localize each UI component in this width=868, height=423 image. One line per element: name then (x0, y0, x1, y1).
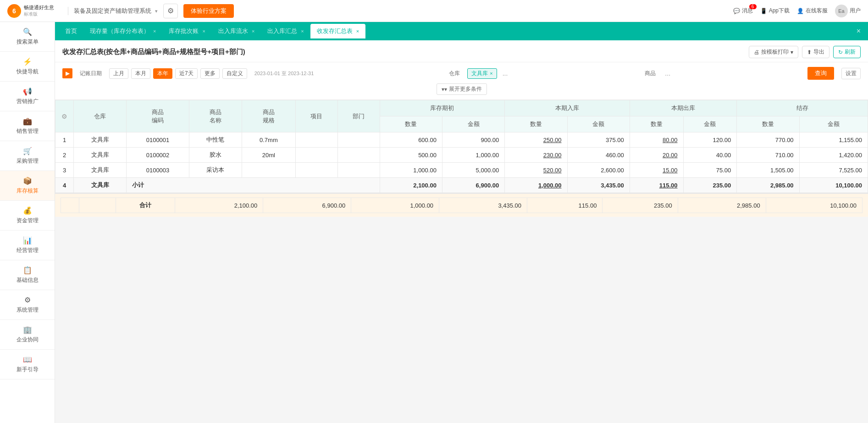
export-button[interactable]: ⬆ 导出 (802, 46, 829, 58)
date-filters: 上月 本月 本年 近7天 更多 自定义 (109, 68, 247, 79)
row2-dept (337, 148, 380, 163)
tab-in-out-summary-label: 出入库汇总 (267, 27, 297, 35)
user-action[interactable]: Ea 用户 (835, 5, 861, 17)
row3-num: 3 (55, 163, 74, 178)
tab-receipt-summary[interactable]: 收发存汇总表 × (310, 24, 365, 38)
main-layout: 🔍 搜索菜单 ⚡ 快捷导航 📢 营销推广 💼 销售管理 🛒 采购管理 📦 库存核… (0, 22, 868, 423)
sidebar-item-basic[interactable]: 📋 基础信息 (0, 260, 55, 290)
refresh-icon: ↻ (838, 49, 843, 55)
warehouse-label: 仓库 (449, 70, 460, 77)
th-dept: 部门 (337, 100, 380, 132)
top-header: 6 畅捷通好生意 标准版 装备及固定资产辅助管理系统 ▾ ⚙ 体验行业方案 💬 … (0, 0, 868, 22)
subtotal-in-qty[interactable]: 1,000.00 (505, 178, 567, 193)
date-filter-7days[interactable]: 近7天 (175, 68, 198, 79)
tab-bar-close[interactable]: × (853, 27, 864, 35)
message-action[interactable]: 💬 消息 6 (733, 7, 753, 15)
filter-toggle-button[interactable]: ▶ (62, 68, 72, 78)
tab-in-out-flow-close[interactable]: × (252, 28, 254, 34)
sidebar-item-inventory[interactable]: 📦 库存核算 (0, 171, 55, 201)
subtotal-out-qty[interactable]: 115.00 (630, 178, 683, 193)
table-row: 2 文具库 0100002 胶水 20ml 500.00 1,000.00 23… (55, 148, 868, 163)
th-open-qty: 数量 (380, 116, 442, 132)
total-bal-qty: 2,985.00 (678, 198, 766, 213)
row2-in-qty[interactable]: 230.00 (505, 148, 567, 163)
operations-icon: 📊 (23, 236, 32, 245)
expand-more-button[interactable]: ▾▾ 展开更多条件 (437, 83, 487, 95)
tab-inventory-dist[interactable]: 现存量（库存分布表） × (83, 24, 162, 38)
tab-in-out-summary-close[interactable]: × (301, 28, 304, 34)
row3-in-qty[interactable]: 520.00 (505, 163, 567, 178)
date-filter-last-month[interactable]: 上月 (109, 68, 128, 79)
app-download-action[interactable]: 📱 App下载 (760, 7, 790, 15)
th-bal-amt: 金额 (799, 116, 868, 132)
date-filter-this-year[interactable]: 本年 (153, 68, 172, 79)
service-icon: 👤 (797, 8, 804, 14)
basic-icon: 📋 (23, 266, 32, 275)
sidebar-item-marketing[interactable]: 📢 营销推广 (0, 82, 55, 111)
sidebar-item-operations[interactable]: 📊 经营管理 (0, 231, 55, 260)
total-label: 合计 (116, 198, 175, 213)
total-in-amt: 3,435.00 (439, 198, 527, 213)
sidebar-item-purchase[interactable]: 🛒 采购管理 (0, 141, 55, 171)
print-button[interactable]: 🖨 按模板打印 ▾ (749, 46, 798, 58)
goods-ellipsis[interactable]: ... (663, 70, 672, 77)
total-bal-amt: 10,100.00 (766, 198, 862, 213)
table-settings-icon[interactable]: ⚙ (61, 113, 67, 120)
row1-in-qty[interactable]: 250.00 (505, 132, 567, 148)
total-row: 合计 2,100.00 6,900.00 1,000.00 3,435.00 1… (55, 193, 868, 217)
tab-in-out-flow[interactable]: 出入库流水 × (212, 24, 261, 38)
tab-receipt-summary-close[interactable]: × (356, 28, 359, 34)
warehouse-ellipsis[interactable]: ... (501, 70, 510, 77)
refresh-button[interactable]: ↻ 刷新 (833, 46, 861, 58)
row2-name: 胶水 (189, 148, 242, 163)
tab-home[interactable]: 首页 (59, 24, 83, 38)
warehouse-tag: 文具库 × (467, 68, 497, 79)
tab-batch-ledger-close[interactable]: × (202, 28, 205, 34)
logo-icon: 6 (7, 4, 21, 18)
date-filter-custom[interactable]: 自定义 (222, 68, 247, 79)
search-icon: 🔍 (23, 27, 32, 36)
row2-in-amt: 460.00 (567, 148, 630, 163)
sidebar-item-enterprise[interactable]: 🏢 企业协同 (0, 320, 55, 350)
tab-inventory-dist-close[interactable]: × (153, 28, 156, 34)
date-filter-more[interactable]: 更多 (200, 68, 220, 79)
table-row: 1 文具库 0100001 中性笔 0.7mm 600.00 900.00 25… (55, 132, 868, 148)
sidebar-item-sales[interactable]: 💼 销售管理 (0, 111, 55, 141)
tab-batch-ledger[interactable]: 库存批次账 × (162, 24, 211, 38)
content-area: 首页 现存量（库存分布表） × 库存批次账 × 出入库流水 × 出入库汇总 × … (55, 22, 868, 423)
th-open-stock: 库存期初 (380, 100, 505, 116)
row3-name: 采访本 (189, 163, 242, 178)
sidebar-item-search[interactable]: 🔍 搜索菜单 (0, 22, 55, 52)
table-container: ⚙ 仓库 商品编码 商品名称 商品规格 项目 部门 库存期初 本期入库 本期出 (55, 100, 868, 193)
online-service-action[interactable]: 👤 在线客服 (797, 7, 828, 15)
row1-open-qty: 600.00 (380, 132, 442, 148)
main-panel: 收发存汇总表(按仓库+商品编码+商品+规格型号+项目+部门) 🖨 按模板打印 ▾… (55, 40, 868, 217)
tab-inventory-dist-label: 现存量（库存分布表） (90, 27, 149, 35)
filter-settings-link[interactable]: 设置 (841, 68, 861, 79)
sidebar-item-finance[interactable]: 💰 资金管理 (0, 201, 55, 231)
system-name: 装备及固定资产辅助管理系统 ▾ (68, 7, 158, 15)
row2-out-amt: 40.00 (683, 148, 737, 163)
sidebar-label-basic: 基础信息 (17, 276, 39, 284)
th-out-period: 本期出库 (630, 100, 737, 116)
subtotal-label: 小计 (127, 178, 380, 193)
sidebar-item-quick-nav[interactable]: ⚡ 快捷导航 (0, 52, 55, 82)
warehouse-tag-close[interactable]: × (490, 71, 492, 76)
tab-in-out-summary[interactable]: 出入库汇总 × (261, 24, 310, 38)
sidebar-item-newbie[interactable]: 📖 新手引导 (0, 350, 55, 379)
header-left: 6 畅捷通好生意 标准版 装备及固定资产辅助管理系统 ▾ ⚙ 体验行业方案 (7, 4, 234, 18)
data-table: ⚙ 仓库 商品编码 商品名称 商品规格 项目 部门 库存期初 本期入库 本期出 (55, 100, 868, 193)
date-filter-this-month[interactable]: 本月 (131, 68, 150, 79)
query-button[interactable]: 查询 (807, 67, 834, 80)
subtotal-out-amt: 235.00 (683, 178, 737, 193)
row2-open-qty: 500.00 (380, 148, 442, 163)
row2-num: 2 (55, 148, 74, 163)
settings-button[interactable]: ⚙ (163, 4, 178, 18)
trial-button[interactable]: 体验行业方案 (183, 4, 234, 18)
row1-out-qty[interactable]: 80.00 (630, 132, 683, 148)
row3-out-qty[interactable]: 15.00 (630, 163, 683, 178)
subtotal-row: 4 文具库 小计 2,100.00 6,900.00 1,000.00 3,43… (55, 178, 868, 193)
sidebar-item-system[interactable]: ⚙ 系统管理 (0, 290, 55, 320)
sidebar-label-enterprise: 企业协同 (17, 336, 39, 344)
row2-out-qty[interactable]: 20.00 (630, 148, 683, 163)
